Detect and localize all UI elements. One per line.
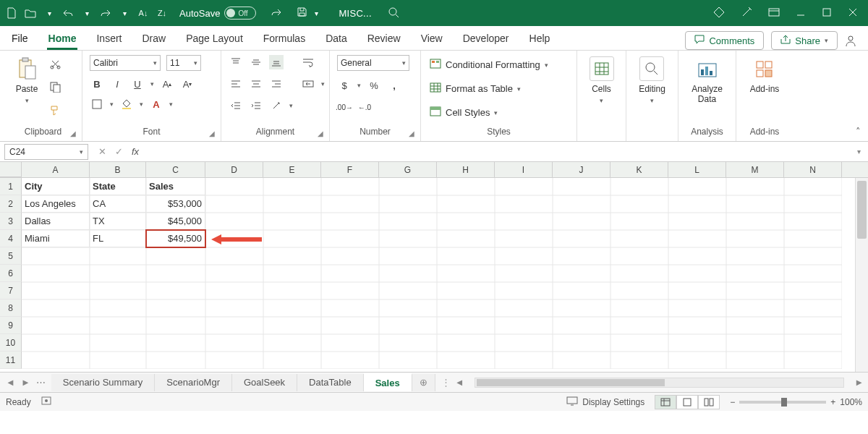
save-dropdown-icon[interactable]: ▾ (315, 9, 318, 17)
tab-page-layout[interactable]: Page Layout (184, 28, 244, 50)
zoom-knob[interactable] (781, 398, 787, 407)
tab-insert[interactable]: Insert (95, 28, 123, 50)
italic-button[interactable]: I (110, 77, 124, 91)
tab-formulas[interactable]: Formulas (262, 28, 307, 50)
col-header[interactable]: L (668, 162, 726, 177)
col-header[interactable]: J (553, 162, 610, 177)
dialog-launcher-icon[interactable]: ◢ (209, 129, 215, 137)
align-right-icon[interactable] (269, 77, 284, 91)
dialog-launcher-icon[interactable]: ◢ (70, 129, 76, 137)
fill-color-icon[interactable] (119, 97, 134, 111)
dialog-launcher-icon[interactable]: ◢ (318, 129, 323, 137)
percent-icon[interactable]: % (367, 78, 381, 93)
scrollbar-thumb[interactable] (477, 379, 665, 386)
col-header[interactable]: K (610, 162, 668, 177)
cell[interactable]: Sales (146, 178, 205, 195)
merge-icon[interactable] (301, 77, 315, 91)
expand-formula-bar-icon[interactable]: ▾ (852, 148, 865, 156)
row-header[interactable]: 3 (0, 213, 22, 230)
sheet-separator[interactable]: ⋮ (441, 377, 451, 388)
select-all-corner[interactable] (0, 162, 22, 177)
tab-help[interactable]: Help (528, 28, 552, 50)
redo-2-icon[interactable] (271, 7, 282, 20)
tab-home[interactable]: Home (47, 28, 78, 50)
autosave-toggle[interactable]: Off (224, 7, 256, 20)
cell[interactable]: TX (90, 213, 146, 230)
add-sheet-button[interactable]: ⊕ (412, 374, 435, 391)
format-as-table-button[interactable]: Format as Table▾ (428, 80, 550, 97)
row-header[interactable]: 1 (0, 178, 22, 195)
row-header[interactable]: 9 (0, 317, 22, 334)
redo-icon[interactable] (100, 7, 111, 19)
cell[interactable]: State (90, 178, 146, 195)
chevron-down-icon[interactable]: ▾ (289, 102, 293, 109)
collapse-ribbon-icon[interactable]: ˄ (856, 126, 861, 137)
row-header[interactable]: 4 (0, 230, 22, 247)
cell[interactable]: FL (90, 230, 146, 247)
col-header[interactable]: I (495, 162, 553, 177)
font-size-select[interactable]: 11▾ (166, 55, 201, 71)
cell[interactable]: Dallas (22, 213, 90, 230)
analyze-data-button[interactable]: Analyze Data (686, 55, 728, 106)
ribbon-mode-icon[interactable] (768, 7, 780, 20)
chevron-down-icon[interactable]: ▾ (357, 82, 361, 89)
col-header[interactable]: M (726, 162, 784, 177)
cancel-formula-icon[interactable]: ✕ (98, 146, 106, 157)
accounting-icon[interactable]: $ (337, 78, 352, 93)
zoom-out-icon[interactable]: − (730, 397, 735, 407)
addins-button[interactable]: Add-ins (747, 55, 783, 95)
bold-button[interactable]: B (90, 77, 104, 91)
wrap-text-icon[interactable] (301, 55, 315, 69)
sheet-nav-prev-icon[interactable]: ◄ (6, 377, 15, 388)
underline-button[interactable]: U (130, 77, 145, 91)
chevron-down-icon[interactable]: ▾ (140, 101, 143, 108)
close-icon[interactable] (848, 7, 858, 20)
row-header[interactable]: 2 (0, 195, 22, 213)
row-header[interactable]: 10 (0, 334, 22, 352)
cell[interactable]: $45,000 (146, 213, 205, 230)
col-header[interactable]: G (379, 162, 437, 177)
zoom-value[interactable]: 100% (840, 397, 862, 407)
increase-decimal-icon[interactable]: .00→ (337, 100, 352, 114)
shrink-font-icon[interactable]: A▾ (180, 77, 195, 91)
sheet-nav-next-icon[interactable]: ► (21, 377, 30, 388)
col-header[interactable]: A (22, 162, 90, 177)
col-header[interactable]: H (437, 162, 495, 177)
cell[interactable]: City (22, 178, 90, 195)
decrease-decimal-icon[interactable]: ←.0 (357, 100, 372, 114)
align-center-icon[interactable] (249, 77, 263, 91)
border-icon[interactable] (90, 97, 104, 111)
qat-dropdown-icon[interactable]: ▾ (43, 7, 55, 19)
fx-icon[interactable]: fx (132, 146, 139, 157)
sort-desc-icon[interactable]: Z↓ (156, 7, 168, 19)
cell[interactable]: Miami (22, 230, 90, 247)
cell[interactable]: Los Angeles (22, 195, 90, 213)
cell-styles-button[interactable]: Cell Styles▾ (428, 104, 550, 121)
align-middle-icon[interactable] (249, 55, 263, 69)
formula-input[interactable] (145, 144, 852, 160)
sheet-nav-more-icon[interactable]: ⋯ (36, 377, 46, 388)
cut-icon[interactable] (48, 56, 62, 71)
sheet-tab[interactable]: Scenario Summary (51, 374, 156, 391)
orientation-icon[interactable] (269, 98, 284, 113)
view-normal-icon[interactable] (655, 395, 676, 409)
open-file-icon[interactable] (25, 7, 36, 19)
cells-button[interactable]: Cells ▾ (587, 55, 617, 106)
new-file-icon[interactable] (6, 7, 17, 19)
redo-dropdown-icon[interactable]: ▾ (119, 7, 130, 19)
save-icon[interactable] (297, 7, 307, 20)
indent-decrease-icon[interactable] (229, 98, 243, 113)
hscroll-right-icon[interactable]: ► (854, 377, 864, 388)
tab-developer[interactable]: Developer (461, 28, 511, 50)
cell[interactable]: CA (90, 195, 146, 213)
diamond-icon[interactable] (713, 7, 725, 20)
row-header[interactable]: 5 (0, 247, 22, 265)
number-format-select[interactable]: General▾ (337, 55, 409, 71)
hscroll-left-icon[interactable]: ◄ (455, 377, 464, 388)
font-name-select[interactable]: Calibri▾ (90, 55, 161, 71)
indent-increase-icon[interactable] (249, 98, 263, 113)
col-header[interactable]: B (90, 162, 146, 177)
col-header[interactable]: C (146, 162, 205, 177)
scrollbar-thumb[interactable] (857, 181, 867, 239)
col-header[interactable]: D (205, 162, 263, 177)
